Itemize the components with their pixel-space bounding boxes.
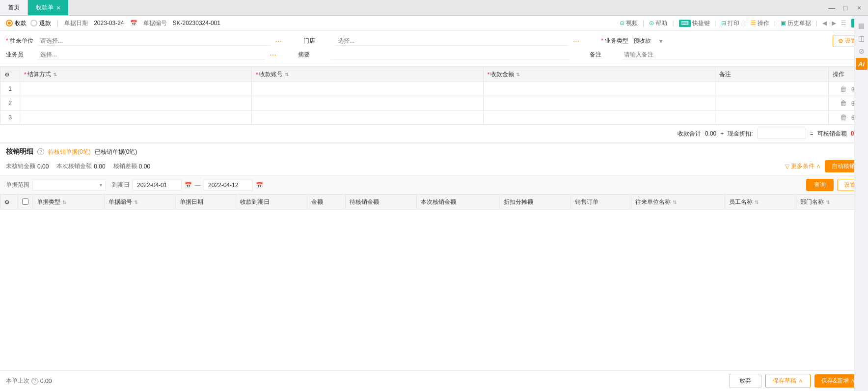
- account-1[interactable]: [251, 82, 483, 96]
- video-btn[interactable]: ⊙ 视频: [620, 19, 638, 28]
- amount-2[interactable]: [483, 96, 715, 111]
- salesperson-input[interactable]: [38, 50, 265, 59]
- due-date-to-input[interactable]: [204, 180, 253, 191]
- table-gear-header[interactable]: ⚙: [0, 67, 20, 82]
- tab-receipt[interactable]: 收款单 ×: [28, 0, 68, 15]
- btable-checkbox-header[interactable]: [18, 195, 33, 210]
- settlement-3[interactable]: [20, 111, 252, 125]
- due-header: 收款到期日: [236, 195, 307, 210]
- due-date-from-calendar-icon[interactable]: 📅: [185, 182, 192, 189]
- history-label: 历史单据: [787, 19, 811, 28]
- maximize-icon[interactable]: □: [841, 3, 850, 13]
- radio-refund[interactable]: 退款: [30, 19, 51, 28]
- counterpart-field: * 往来单位 ···: [6, 36, 284, 46]
- footer-info-icon[interactable]: ?: [31, 378, 38, 385]
- calendar-icon[interactable]: 📅: [130, 20, 137, 27]
- remark-1[interactable]: [715, 82, 828, 96]
- salesperson-more-icon[interactable]: ···: [268, 51, 278, 59]
- store-input[interactable]: [336, 36, 568, 46]
- tab-close-icon[interactable]: ×: [56, 4, 60, 12]
- remark-3[interactable]: [715, 111, 828, 125]
- shortcut-btn[interactable]: ⌨ 快捷键: [679, 19, 710, 28]
- close-icon[interactable]: ×: [854, 3, 864, 13]
- due-date-to-calendar-icon[interactable]: 📅: [256, 182, 263, 189]
- btable-gear-icon: ⚙: [4, 199, 10, 206]
- type-header: 单据类型⇅: [33, 195, 105, 210]
- verification-table: ⚙ 单据类型⇅ 单据编号⇅ 单据日期 收款到期日: [0, 195, 868, 210]
- btable-gear-header[interactable]: ⚙: [0, 195, 18, 210]
- print-btn[interactable]: ⊟ 打印: [721, 19, 739, 28]
- store-field: 门店 ···: [303, 36, 581, 46]
- amount-header-b: 金额: [307, 195, 345, 210]
- counterpart-more-icon[interactable]: ···: [273, 37, 284, 45]
- verification-header-row: ⚙ 单据类型⇅ 单据编号⇅ 单据日期 收款到期日: [0, 195, 868, 210]
- due-date-from-input[interactable]: [133, 180, 182, 191]
- verification-header: 核销明细 ? 待核销单据(0笔) 已核销单据(0笔): [0, 143, 868, 158]
- window-controls: — □ ×: [827, 3, 868, 13]
- delete-icon-1[interactable]: 🗑: [840, 85, 847, 93]
- sidebar-table-icon[interactable]: ▦: [856, 20, 868, 31]
- footer-info-label: 本单上次: [6, 377, 29, 385]
- current-verify-value: 0.00: [94, 163, 105, 170]
- history-btn[interactable]: ▣ 历史单据: [781, 19, 811, 28]
- unverified-value: 0.00: [37, 163, 49, 170]
- amount-1[interactable]: [483, 82, 715, 96]
- remark-label: 备注: [590, 51, 619, 59]
- counterpart-input[interactable]: [38, 36, 271, 46]
- prev-icon[interactable]: ◀: [822, 20, 827, 27]
- done-badge[interactable]: 已核销单据(0笔): [95, 148, 137, 156]
- delete-icon-3[interactable]: 🗑: [840, 113, 847, 121]
- total-value: 0.00: [705, 130, 716, 137]
- date-value[interactable]: 2023-03-24: [94, 20, 124, 27]
- verification-info-icon[interactable]: ?: [37, 148, 44, 155]
- save-draft-button[interactable]: 保存草稿 ∧: [765, 374, 810, 388]
- sidebar-inbox-icon[interactable]: ◫: [856, 32, 868, 44]
- radio-receive-dot: [6, 20, 13, 27]
- select-all-checkbox[interactable]: [22, 198, 28, 205]
- table-gear-icon: ⚙: [4, 71, 10, 78]
- business-type-field: * 业务类型 预收款 ▼: [601, 37, 786, 45]
- more-conditions-btn[interactable]: ▽ 更多条件 ∧: [785, 162, 821, 170]
- date-range-separator: —: [195, 182, 201, 189]
- radio-receive[interactable]: 收款: [6, 19, 27, 28]
- minimize-icon[interactable]: —: [827, 3, 837, 13]
- radio-group: 收款 退款: [6, 19, 51, 28]
- business-type-dropdown-icon[interactable]: ▼: [658, 38, 664, 45]
- delete-icon-2[interactable]: 🗑: [840, 99, 847, 107]
- remark-2[interactable]: [715, 96, 828, 111]
- list-icon[interactable]: ☰: [841, 20, 846, 27]
- store-more-icon[interactable]: ···: [571, 37, 581, 45]
- receipt-table: ⚙ *结算方式⇅ *收款账号⇅ *收款金额⇅ 备注 操作: [0, 67, 868, 125]
- settlement-2[interactable]: [20, 96, 252, 111]
- help-btn[interactable]: ⊙ 帮助: [649, 19, 667, 28]
- tab-receipt-label: 收款单: [36, 3, 54, 12]
- range-select[interactable]: [32, 180, 106, 191]
- form-area: * 往来单位 ··· 门店 ··· * 业务类型 预收款 ▼ ⚙ 设置: [0, 31, 868, 67]
- pending-badge[interactable]: 待核销单据(0笔): [48, 148, 91, 156]
- row-num-2: 2: [0, 96, 20, 111]
- settlement-1[interactable]: [20, 82, 252, 96]
- next-icon[interactable]: ▶: [832, 20, 836, 27]
- number-value: SK-20230324-001: [173, 20, 220, 27]
- history-icon: ▣: [781, 20, 786, 27]
- operate-btn[interactable]: ☰ 操作: [751, 19, 769, 28]
- range-label: 单据范围: [6, 181, 29, 189]
- operate-label: 操作: [758, 19, 769, 28]
- account-2[interactable]: [251, 96, 483, 111]
- account-3[interactable]: [251, 111, 483, 125]
- net-label: 可核销金额: [817, 130, 847, 138]
- remark-input[interactable]: [622, 50, 862, 59]
- amount-3[interactable]: [483, 111, 715, 125]
- account-header: *收款账号⇅: [251, 67, 483, 82]
- remark-header: 备注: [715, 67, 828, 82]
- due-date-field: 到期日 📅 — 📅: [112, 180, 263, 191]
- query-button[interactable]: 查询: [806, 179, 834, 191]
- discount-input[interactable]: [757, 129, 806, 139]
- summary-input[interactable]: [330, 50, 570, 59]
- right-sidebar: ▦ ◫ ⊘ Ai: [854, 16, 868, 391]
- tab-home[interactable]: 首页: [0, 0, 28, 15]
- abandon-button[interactable]: 放弃: [729, 374, 761, 388]
- sidebar-ai-icon[interactable]: Ai: [856, 58, 868, 70]
- sidebar-attachment-icon[interactable]: ⊘: [856, 45, 868, 57]
- main-area: 收款 退款 | 单据日期 2023-03-24 📅 单据编号 SK-202303…: [0, 16, 868, 391]
